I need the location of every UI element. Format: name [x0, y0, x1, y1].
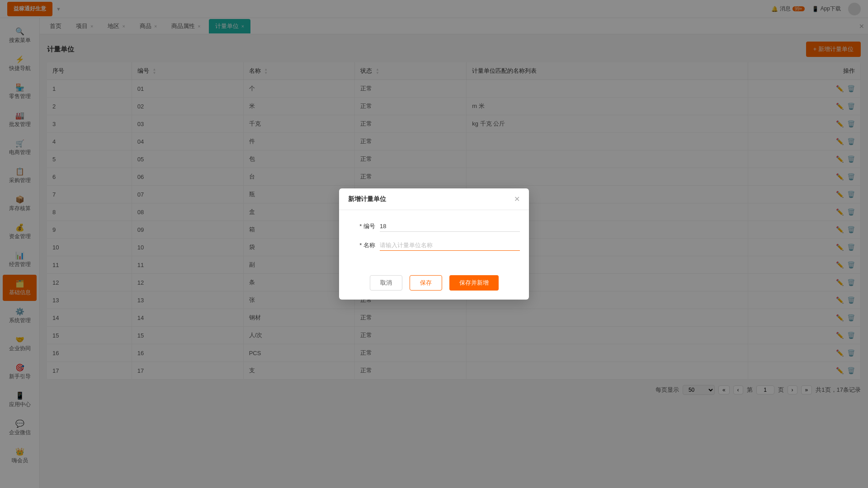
name-label: * 名称 [348, 241, 375, 249]
cancel-button[interactable]: 取消 [370, 275, 402, 291]
modal-close-button[interactable]: ✕ [514, 195, 520, 203]
modal-header: 新增计量单位 ✕ [339, 188, 529, 210]
form-row-code: * 编号 [348, 221, 520, 232]
name-input[interactable] [380, 240, 520, 251]
modal-overlay[interactable]: 新增计量单位 ✕ * 编号 * 名称 取消 保存 保存并新增 [0, 0, 868, 488]
code-input[interactable] [380, 221, 520, 232]
save-button[interactable]: 保存 [410, 275, 442, 291]
modal-title: 新增计量单位 [348, 195, 386, 203]
modal-body: * 编号 * 名称 [339, 210, 529, 268]
modal-footer: 取消 保存 保存并新增 [339, 268, 529, 300]
form-row-name: * 名称 [348, 240, 520, 251]
save-and-new-button[interactable]: 保存并新增 [449, 275, 499, 291]
code-label: * 编号 [348, 222, 375, 230]
modal-dialog: 新增计量单位 ✕ * 编号 * 名称 取消 保存 保存并新增 [339, 188, 529, 300]
